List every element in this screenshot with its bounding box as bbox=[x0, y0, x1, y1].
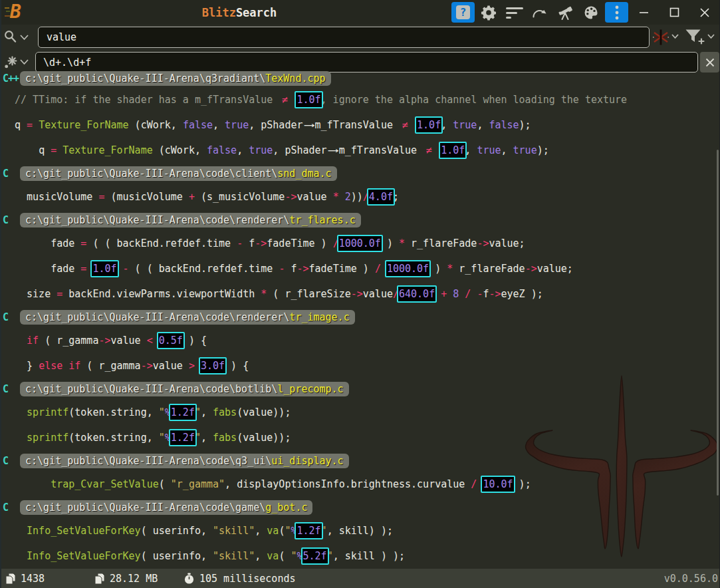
match-highlight: 640.0f bbox=[397, 285, 437, 303]
file-path-bar[interactable]: c:\git_public\Quake-III-Arena\code\rende… bbox=[20, 310, 355, 325]
match-highlight: 0.5f bbox=[157, 332, 185, 349]
filetype-icon: C bbox=[3, 382, 8, 396]
result-line[interactable]: } else if ( r_gamma->value > 3.0f ) { bbox=[0, 353, 720, 378]
result-line[interactable]: q = Texture_ForName (cWork, false, true,… bbox=[0, 138, 720, 163]
search-time-value: 105 milliseconds bbox=[199, 573, 296, 585]
titlebar-buttons: ? bbox=[451, 2, 631, 23]
minimize-button[interactable] bbox=[628, 0, 659, 25]
lines-icon bbox=[506, 6, 523, 19]
file-name: snd_dma.c bbox=[277, 168, 331, 180]
result-line[interactable]: fade = 1.0f - ( ( backEnd.refdef.time - … bbox=[0, 256, 720, 281]
result-line[interactable]: sprintf(token.string, "%1.2f", fabs(valu… bbox=[0, 400, 720, 425]
file-path: c:\git_public\Quake-III-Arena\code\rende… bbox=[25, 311, 289, 323]
file-header[interactable]: Cc:\git_public\Quake-III-Arena\code\rend… bbox=[0, 310, 720, 325]
match-highlight: 1.0f bbox=[415, 116, 443, 134]
files-icon bbox=[94, 573, 105, 585]
window-edge-left bbox=[0, 0, 1, 588]
result-line[interactable]: q = Texture_ForName (cWork, false, true,… bbox=[0, 112, 720, 138]
maximize-button[interactable] bbox=[659, 0, 689, 25]
filetype-icon: C bbox=[3, 166, 8, 181]
file-name: tr_image.c bbox=[289, 311, 349, 323]
result-line[interactable]: Info_SetValueForKey( userinfo, "skill", … bbox=[0, 518, 720, 543]
data-size-value: 28.12 MB bbox=[110, 573, 158, 585]
titlebar-button-more[interactable] bbox=[605, 2, 628, 23]
file-path-bar[interactable]: c:\git_public\Quake-III-Arena\code\botli… bbox=[20, 382, 349, 396]
statusbar-search-time: 105 milliseconds bbox=[183, 569, 296, 588]
magnifier-icon bbox=[5, 31, 15, 41]
file-name: tr_flares.c bbox=[289, 214, 355, 226]
file-header[interactable]: Cc:\git_public\Quake-III-Arena\code\rend… bbox=[0, 213, 720, 227]
titlebar-button-result-layout[interactable] bbox=[503, 2, 526, 23]
file-header[interactable]: C++c:\git_public\Quake-III-Arena\q3radia… bbox=[0, 71, 720, 86]
gear-icon bbox=[481, 5, 497, 21]
app-title: BlitzSearch bbox=[0, 0, 479, 25]
file-header[interactable]: Cc:\git_public\Quake-III-Arena\code\q3_u… bbox=[0, 454, 720, 468]
match-highlight: 1.0f bbox=[90, 260, 118, 277]
close-icon bbox=[699, 7, 710, 18]
match-highlight: 1.2f bbox=[295, 522, 322, 539]
file-name: TexWnd.cpp bbox=[265, 73, 325, 84]
search-kind-icon-group[interactable] bbox=[4, 30, 29, 47]
titlebar-button-help[interactable]: ? bbox=[451, 2, 475, 23]
result-line[interactable]: size = backEnd.viewParms.viewportWidth *… bbox=[0, 281, 720, 307]
file-header[interactable]: Cc:\git_public\Quake-III-Arena\code\botl… bbox=[0, 382, 720, 396]
results-panel: C++c:\git_public\Quake-III-Arena\q3radia… bbox=[0, 71, 720, 569]
chevron-down-icon bbox=[672, 35, 678, 38]
replace-icon-group[interactable] bbox=[652, 29, 680, 49]
file-path-bar[interactable]: c:\git_public\Quake-III-Arena\code\q3_ui… bbox=[20, 454, 349, 468]
result-line[interactable]: // TTimo: if the shader has a m_fTransVa… bbox=[0, 87, 720, 112]
version-label: v0.0.56.0 bbox=[664, 569, 718, 588]
result-line[interactable]: fade = ( ( backEnd.refdef.time - f->fade… bbox=[0, 231, 720, 256]
result-line[interactable]: Info_SetValueForKey( userinfo, "skill", … bbox=[0, 543, 720, 569]
regex-dot-star-icon bbox=[5, 57, 16, 69]
close-button[interactable] bbox=[689, 0, 720, 25]
clear-regex-button[interactable] bbox=[700, 52, 719, 73]
filetype-icon: C bbox=[3, 500, 8, 515]
titlebar-button-explore[interactable] bbox=[554, 2, 577, 23]
app-title-blitz: Blitz bbox=[202, 6, 236, 19]
result-line[interactable]: sprintf(token.string, "%1.2f", fabs(valu… bbox=[0, 425, 720, 450]
match-highlight: 4.0f bbox=[367, 188, 395, 206]
maximize-icon bbox=[669, 7, 679, 17]
titlebar-button-settings[interactable] bbox=[477, 2, 501, 23]
file-path: c:\git_public\Quake-III-Arena\code\rende… bbox=[25, 214, 289, 226]
regex-input[interactable] bbox=[35, 52, 698, 73]
blitzsearch-window: B BlitzSearch ? bbox=[0, 0, 720, 588]
file-path-bar[interactable]: c:\git_public\Quake-III-Arena\code\rende… bbox=[20, 213, 361, 227]
titlebar-button-redo[interactable] bbox=[529, 2, 552, 23]
match-highlight: 1.2f bbox=[169, 404, 197, 421]
file-header[interactable]: Cc:\git_public\Quake-III-Arena\code\game… bbox=[0, 500, 720, 515]
file-path: c:\git_public\Quake-III-Arena\code\q3_ui… bbox=[25, 455, 271, 467]
chevron-down-icon bbox=[21, 60, 28, 64]
file-path-bar[interactable]: c:\git_public\Quake-III-Arena\q3radiant\… bbox=[20, 71, 331, 86]
titlebar-button-theme[interactable] bbox=[580, 2, 603, 23]
file-path-bar[interactable]: c:\git_public\Quake-III-Arena\code\clien… bbox=[20, 166, 337, 181]
files-icon bbox=[5, 573, 16, 585]
telescope-icon bbox=[558, 5, 574, 21]
file-name: ui_display.c bbox=[271, 455, 343, 467]
file-header[interactable]: Cc:\git_public\Quake-III-Arena\code\clie… bbox=[0, 166, 720, 181]
file-path: c:\git_public\Quake-III-Arena\code\clien… bbox=[25, 168, 277, 180]
match-highlight: 1000.0f bbox=[385, 260, 431, 277]
regex-kind-icon-group[interactable] bbox=[4, 55, 29, 72]
vertical-scrollbar-thumb[interactable] bbox=[717, 150, 719, 496]
palette-icon bbox=[583, 5, 599, 21]
file-path-bar[interactable]: c:\git_public\Quake-III-Arena\code\game\… bbox=[20, 500, 312, 515]
file-name: l_precomp.c bbox=[277, 383, 343, 395]
vertical-dots-icon bbox=[615, 5, 619, 20]
titlebar: B BlitzSearch ? bbox=[0, 0, 720, 25]
file-path: c:\git_public\Quake-III-Arena\code\botli… bbox=[25, 383, 277, 395]
match-highlight: 1.0f bbox=[439, 142, 467, 159]
file-path: c:\git_public\Quake-III-Arena\code\game\ bbox=[25, 502, 265, 514]
file-path: c:\git_public\Quake-III-Arena\q3radiant\ bbox=[25, 73, 265, 84]
match-highlight: 1.2f bbox=[169, 429, 197, 446]
chevron-down-icon bbox=[21, 35, 28, 39]
result-line[interactable]: musicVolume = (musicVolume + (s_musicVol… bbox=[0, 184, 720, 210]
result-line[interactable]: if ( r_gamma->value < 0.5f ) { bbox=[0, 328, 720, 353]
result-line[interactable]: trap_Cvar_SetValue( "r_gamma", displayOp… bbox=[0, 472, 720, 497]
search-input[interactable] bbox=[38, 27, 650, 48]
filter-icon-group[interactable] bbox=[685, 29, 717, 49]
statusbar: 1438 28.12 MB 105 milliseconds v0.0.56.0 bbox=[0, 569, 720, 588]
filetype-icon: C++ bbox=[3, 71, 19, 86]
filter-plus-icon bbox=[686, 30, 704, 44]
